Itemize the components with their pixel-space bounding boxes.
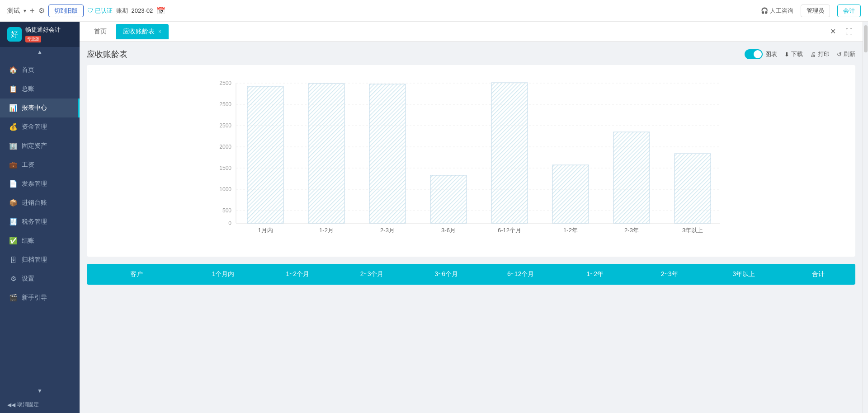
sidebar-item-home[interactable]: 🏠 首页 xyxy=(0,61,80,80)
sales-icon: 📦 xyxy=(9,199,17,207)
certified-text: 已认证 xyxy=(95,7,113,15)
sidebar-item-sales[interactable]: 📦 进销台账 xyxy=(0,193,80,212)
download-button[interactable]: ⬇ 下载 xyxy=(784,50,803,58)
svg-text:2-3年: 2-3年 xyxy=(624,227,639,234)
project-dropdown-icon[interactable]: ▾ xyxy=(24,8,26,14)
ledger-icon: 📋 xyxy=(9,85,17,93)
sidebar-item-settings[interactable]: ⚙ 设置 xyxy=(0,269,80,288)
scroll-down-arrow[interactable]: ▼ xyxy=(0,386,80,396)
sidebar-item-label: 首页 xyxy=(22,66,34,74)
archive-icon: 🗄 xyxy=(9,256,17,264)
tax-icon: 🧾 xyxy=(9,218,17,226)
refresh-button[interactable]: ↺ 刷新 xyxy=(837,50,855,58)
sidebar-item-label: 结账 xyxy=(22,237,34,245)
sidebar-item-assets[interactable]: 🏢 固定资产 xyxy=(0,136,80,155)
edition-badge: 专业版 xyxy=(25,36,41,42)
sidebar-item-closing[interactable]: ✅ 结账 xyxy=(0,231,80,250)
logo-icon: 好 xyxy=(7,27,22,42)
sidebar-item-label: 资金管理 xyxy=(22,123,47,131)
tab-home[interactable]: 首页 xyxy=(87,24,114,39)
th-3-6month: 3~6个月 xyxy=(409,264,484,285)
sidebar-item-ledger[interactable]: 📋 总账 xyxy=(0,80,80,99)
th-1-2year: 1~2年 xyxy=(558,264,632,285)
toggle-thumb xyxy=(754,50,762,58)
sidebar-item-archive[interactable]: 🗄 归档管理 xyxy=(0,250,80,269)
chart-container: 2500 2500 2500 2000 1500 1000 500 0 xyxy=(87,65,855,257)
settings-icon[interactable]: ⚙ xyxy=(38,6,45,15)
topbar: 测试 ▾ + ⚙ 切到旧版 🛡 已认证 账期 2023-02 📅 🎧 人工咨询 … xyxy=(0,0,868,22)
sidebar-item-guide[interactable]: 🎬 新手引导 xyxy=(0,288,80,307)
sidebar-item-label: 归档管理 xyxy=(22,256,47,264)
scroll-up-arrow[interactable]: ▲ xyxy=(0,47,80,57)
table-container: 客户 1个月内 1~2个月 2~3个月 3~6个月 6~12个月 1~2年 2~… xyxy=(87,264,855,285)
settings-nav-icon: ⚙ xyxy=(9,275,17,283)
certified-badge: 🛡 已认证 xyxy=(87,7,113,15)
project-name: 测试 xyxy=(7,7,20,15)
th-2-3year: 2~3年 xyxy=(632,264,707,285)
admin-button[interactable]: 管理员 xyxy=(801,5,830,17)
headset-icon: 🎧 xyxy=(761,7,768,14)
right-scrollbar[interactable] xyxy=(863,22,868,413)
cancel-fixed-button[interactable]: ◀◀ 取消固定 xyxy=(0,396,80,413)
certified-icon: 🛡 xyxy=(87,7,93,14)
svg-text:1-2年: 1-2年 xyxy=(563,227,578,234)
download-label: 下载 xyxy=(791,50,803,58)
print-label: 打印 xyxy=(818,50,830,58)
sidebar-item-label: 税务管理 xyxy=(22,218,47,226)
tab-icons: ✕ ⛶ xyxy=(826,25,855,38)
page-title: 应收账龄表 xyxy=(87,49,127,60)
home-icon: 🏠 xyxy=(9,66,17,74)
download-icon: ⬇ xyxy=(784,51,789,58)
print-button[interactable]: 🖨 打印 xyxy=(810,50,830,58)
sidebar-item-invoice[interactable]: 📄 发票管理 xyxy=(0,174,80,193)
th-customer: 客户 xyxy=(87,264,186,285)
svg-text:1-2月: 1-2月 xyxy=(319,227,334,234)
bar-4 xyxy=(430,175,467,223)
page-header: 应收账龄表 图表 ⬇ 下载 🖨 打印 xyxy=(87,49,855,60)
add-button[interactable]: + xyxy=(30,7,35,15)
page-actions: 图表 ⬇ 下载 🖨 打印 ↺ 刷新 xyxy=(745,49,855,59)
sidebar: 好 畅捷通好会计 专业版 ▲ 🏠 首页 📋 总账 📊 报表中心 💰 资金管 xyxy=(0,22,80,413)
assets-icon: 🏢 xyxy=(9,142,17,150)
logo-area: 好 畅捷通好会计 专业版 xyxy=(0,22,80,47)
scrollbar-thumb[interactable] xyxy=(864,25,868,52)
svg-text:2500: 2500 xyxy=(219,101,231,108)
main-layout: 好 畅捷通好会计 专业版 ▲ 🏠 首页 📋 总账 📊 报表中心 💰 资金管 xyxy=(0,22,868,413)
sidebar-item-reports[interactable]: 📊 报表中心 xyxy=(0,99,80,117)
print-icon: 🖨 xyxy=(810,51,816,58)
sidebar-item-label: 报表中心 xyxy=(22,104,47,112)
sidebar-item-label: 发票管理 xyxy=(22,180,47,188)
svg-text:6-12个月: 6-12个月 xyxy=(498,227,521,234)
funds-icon: 💰 xyxy=(9,123,17,131)
calendar-icon[interactable]: 📅 xyxy=(156,6,165,15)
tab-aging[interactable]: 应收账龄表 × xyxy=(116,24,169,39)
toggle-track[interactable] xyxy=(745,49,763,59)
svg-text:2500: 2500 xyxy=(219,80,231,86)
reports-icon: 📊 xyxy=(9,104,17,112)
svg-text:500: 500 xyxy=(222,207,231,214)
bar-8 xyxy=(675,154,711,223)
sidebar-item-label: 新手引导 xyxy=(22,294,47,302)
close-window-icon[interactable]: ✕ xyxy=(826,25,839,38)
svg-text:2500: 2500 xyxy=(219,122,231,129)
accounting-button[interactable]: 会计 xyxy=(837,5,861,17)
tab-close-icon[interactable]: × xyxy=(158,28,161,35)
topbar-right: 🎧 人工咨询 管理员 会计 xyxy=(761,5,861,17)
bar-5 xyxy=(491,83,528,223)
sidebar-item-label: 工资 xyxy=(22,161,34,169)
sidebar-item-funds[interactable]: 💰 资金管理 xyxy=(0,117,80,136)
refresh-icon: ↺ xyxy=(837,51,842,58)
nav-items: 🏠 首页 📋 总账 📊 报表中心 💰 资金管理 🏢 固定资产 💼 工资 xyxy=(0,57,80,386)
bar-3 xyxy=(369,84,406,223)
th-6-12month: 6~12个月 xyxy=(483,264,558,285)
support-button[interactable]: 🎧 人工咨询 xyxy=(761,7,793,15)
bar-chart: 2500 2500 2500 2000 1500 1000 500 0 xyxy=(96,74,846,246)
svg-text:2-3月: 2-3月 xyxy=(380,227,395,234)
sidebar-item-salary[interactable]: 💼 工资 xyxy=(0,155,80,174)
sidebar-item-tax[interactable]: 🧾 税务管理 xyxy=(0,212,80,231)
expand-icon[interactable]: ⛶ xyxy=(843,25,855,38)
switch-version-button[interactable]: 切到旧版 xyxy=(48,5,84,17)
chart-toggle[interactable]: 图表 xyxy=(745,49,777,59)
guide-icon: 🎬 xyxy=(9,294,17,302)
closing-icon: ✅ xyxy=(9,237,17,245)
